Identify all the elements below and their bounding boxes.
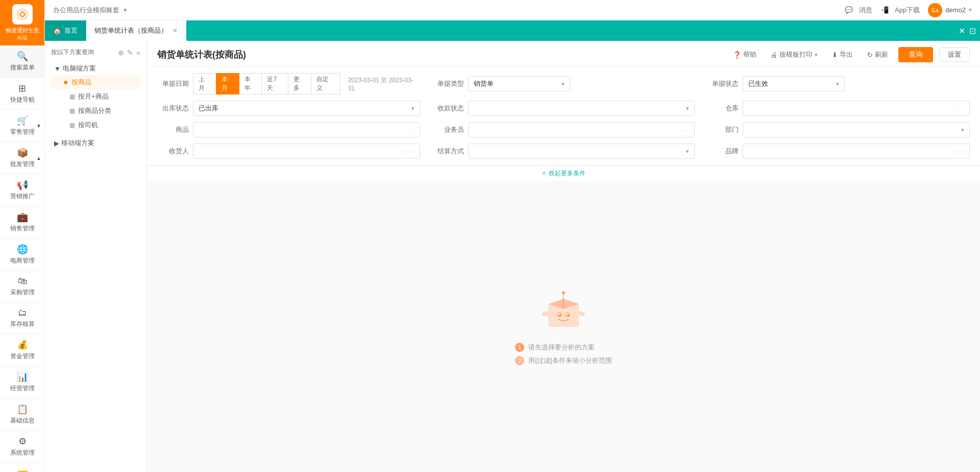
tab-home[interactable]: 🏠 首页 [45,20,86,41]
brand-field: 品牌 ··· [707,144,970,159]
dept-select[interactable]: ▾ [743,122,970,137]
brand-input[interactable]: ··· [743,144,970,159]
doc-status-select[interactable]: 已生效 ▾ [743,76,845,91]
sidebar-item-retail[interactable]: 🛒 零售管理 ▼ [0,110,44,142]
staff-input[interactable]: ··· [468,122,695,137]
print-btn[interactable]: 🖨 按模板打印 ▾ [767,48,822,61]
download-icon: 📲 [880,6,889,14]
mobile-group-header[interactable]: ▶ 移动端方案 [51,136,140,150]
staff-dots: ··· [681,126,690,134]
sidebar-item-marketing[interactable]: 📢 营销推广 [0,174,44,206]
doc-type-field: 单据类型 销货单 ▾ [432,76,695,91]
sidebar-item-operation[interactable]: 📊 经营管理 [0,366,44,398]
sidebar-item-base[interactable]: 📋 基础信息 [0,398,44,431]
desktop-group-header[interactable]: ▼ 电脑端方案 [51,62,140,75]
payment-field: 收款状态 ▾ [432,101,695,116]
warehouse-input[interactable]: ··· [743,101,970,116]
tab-bar: 🏠 首页 销货单统计表（按商品） ✕ ✕ ⊡ [45,20,980,41]
purchase-icon: 🛍 [18,276,27,287]
settlement-arrow: ▾ [686,148,689,155]
ecommerce-icon: 🌐 [17,244,28,255]
dropdown-arrow[interactable]: ▾ [124,6,127,14]
category-icon: ▦ [69,107,75,114]
tip-num-1: 1 [515,343,524,352]
cashier-icon: ▦ [69,122,75,129]
warehouse-field: 仓库 ··· [707,101,970,116]
date-tab-this-year[interactable]: 本年 [239,73,262,95]
content-area: 按以下方案查询 ⊕ ✎ « ▼ 电脑端方案 ● 按商品 [45,41,980,472]
app-subtext: 标版 [17,34,28,41]
receiver-dots: ··· [406,148,414,155]
sidebar-item-inventory[interactable]: 🗂 库存核算 [0,302,44,334]
sidebar-item-quicknav[interactable]: ⊞ 快捷导航 [0,78,44,110]
empty-illustration [538,284,589,335]
sidebar-item-sales[interactable]: 💼 销售管理 [0,206,44,239]
payment-select[interactable]: ▾ [468,101,695,116]
username: demo2 [945,6,966,14]
sidebar-item-finance[interactable]: 💰 资金管理 [0,334,44,366]
settlement-select[interactable]: ▾ [468,144,695,159]
tree-item-cashier[interactable]: ▦ 按司机 [51,118,140,132]
product-input[interactable]: ··· [193,122,420,137]
add-scheme-btn[interactable]: ⊕ [118,49,124,57]
tree-item-category[interactable]: ▦ 按商品分类 [51,104,140,118]
window-close-icon[interactable]: ✕ [959,26,965,36]
collapse-btn[interactable]: ∧ 收起更多条件 [147,166,980,181]
date-tab-this-month[interactable]: 本月 [216,73,239,95]
page-actions: ❓ 帮助 🖨 按模板打印 ▾ ⬇ 导出 ↻ 刷新 [729,47,970,62]
sidebar-item-system[interactable]: ⚙ 系统管理 [0,431,44,463]
page-header: 销货单统计表(按商品) ❓ 帮助 🖨 按模板打印 ▾ ⬇ 导出 [147,41,980,67]
query-btn[interactable]: 查询 [898,47,933,62]
filter-row-2: 出库状态 已出库 ▾ 收款状态 ▾ 仓库 [157,101,970,116]
tree-item-month-product[interactable]: ▦ 按月+商品 [51,89,140,104]
export-btn[interactable]: ⬇ 导出 [828,48,857,61]
tab-close-icon[interactable]: ✕ [173,27,178,34]
sidebar-item-search[interactable]: 🔍 搜索菜单 [0,45,44,78]
user-menu[interactable]: Ea demo2 ▾ [928,3,972,17]
receiver-input[interactable]: ··· [193,144,420,159]
messages-btn[interactable]: 💬 消息 [845,6,872,15]
brand-dots: ··· [955,148,964,155]
date-tab-custom[interactable]: 自定义 [311,73,340,95]
refresh-btn[interactable]: ↻ 刷新 [863,48,892,61]
doc-type-select[interactable]: 销货单 ▾ [468,76,570,91]
sidebar-item-enterprise[interactable]: 🤝 企业协同 [0,463,44,472]
wholesale-icon: 📦 [17,147,28,158]
system-icon: ⚙ [18,436,27,447]
app-name: 畅捷通好生意 [6,27,39,34]
edit-scheme-btn[interactable]: ✎ [127,49,133,57]
sidebar-item-ecommerce[interactable]: 🌐 电商管理 [0,239,44,271]
filter-row-3: 商品 ··· 业务员 ··· 部门 [157,122,970,137]
tab-stats[interactable]: 销货单统计表（按商品） ✕ [86,20,186,41]
dept-field: 部门 ▾ [707,122,970,137]
grid-icon: ⊞ [18,83,26,94]
help-btn[interactable]: ❓ 帮助 [729,48,761,61]
svg-point-8 [559,314,561,316]
dept-arrow: ▾ [961,127,964,133]
date-tab-last-month[interactable]: 上月 [193,73,216,95]
top-header: 办公用品行业模拟账套 ▾ 💬 消息 📲 App下载 Ea demo2 ▾ [45,0,980,20]
sidebar-item-purchase[interactable]: 🛍 采购管理 [0,271,44,302]
product-dots: ··· [406,126,414,134]
date-filter-field: 单据日期 上月 本月 本年 近7天 更多 自定义 2023-03-01 至 20… [157,73,420,95]
group-expand-icon: ▼ [54,65,61,73]
settings-btn[interactable]: 设置 [939,48,970,62]
sidebar-item-wholesale[interactable]: 📦 批发管理 ▲ [0,142,44,174]
date-filter: 上月 本月 本年 近7天 更多 自定义 2023-03-01 至 2023-03… [193,73,420,95]
dept-label: 部门 [707,125,743,134]
scheme-header: 按以下方案查询 ⊕ ✎ « [45,45,146,60]
marketing-icon: 📢 [17,179,28,191]
settlement-field: 结算方式 ▾ [432,144,695,159]
svg-point-1 [21,13,24,16]
header-right: 💬 消息 📲 App下载 Ea demo2 ▾ [845,3,972,17]
out-status-select[interactable]: 已出库 ▾ [193,101,420,116]
date-tab-7days[interactable]: 近7天 [261,73,288,95]
collapse-scheme-btn[interactable]: « [136,49,140,57]
date-tab-more[interactable]: 更多 [288,73,311,95]
payment-label: 收款状态 [432,104,468,113]
tree-item-by-product[interactable]: ● 按商品 [51,75,140,89]
app-download-btn[interactable]: 📲 App下载 [880,6,920,15]
enterprise-icon: 🤝 [17,468,28,472]
empty-tip-1: 1 请先选择要分析的方案 [515,343,611,352]
window-maximize-icon[interactable]: ⊡ [969,26,976,36]
